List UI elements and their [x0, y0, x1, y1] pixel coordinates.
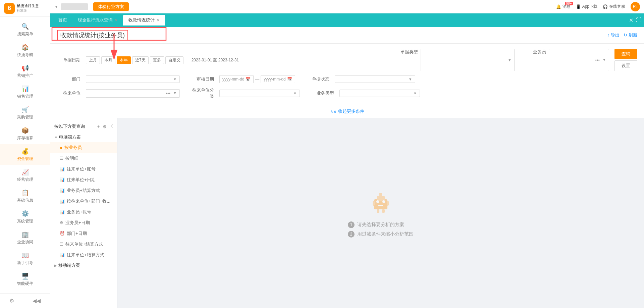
export-btn[interactable]: ↑ 导出	[607, 32, 620, 38]
svg-point-5	[382, 200, 385, 203]
date-range-text: 2023-01-01 至 2023-12-31	[192, 57, 239, 63]
user-avatar[interactable]: Rit	[631, 2, 640, 11]
marketing-icon: 📢	[21, 64, 29, 72]
tab-bank-flow[interactable]: 现金银行流水查询 ✕	[72, 15, 123, 25]
purchase-icon: 🛒	[21, 106, 29, 113]
scheme-partner-settlement2[interactable]: 📊 往来单位+结算方式	[50, 250, 117, 260]
page-header: 收款情况统计(按业务员) ↑ 导出 ↻ 刷新	[50, 27, 644, 44]
tab-home[interactable]: 首页	[53, 15, 72, 25]
scheme-salesman-account[interactable]: 📊 业务员+账号	[50, 207, 117, 217]
close-all-icon[interactable]: ✕	[629, 17, 633, 23]
more-date-btn[interactable]: 更多	[150, 56, 164, 64]
scheme-partner-date[interactable]: 📊 往来单位+日期	[50, 174, 117, 185]
dept-arrow: ▼	[173, 77, 177, 81]
mobile-group-header[interactable]: ▶ 移动端方案	[50, 260, 117, 270]
logo-title: 畅捷通好生意	[17, 3, 39, 8]
sidebar-item-operations[interactable]: 📈 经营管理	[0, 165, 50, 186]
sidebar-item-quick-nav[interactable]: 🏠 快捷导航	[0, 40, 50, 61]
settings-icon[interactable]: ⚙	[9, 298, 14, 304]
sidebar-item-hardware[interactable]: 🖥️ 智能硬件	[0, 269, 50, 290]
sidebar-label: 智能硬件	[17, 281, 33, 287]
sidebar-item-sales[interactable]: 📊 销售管理	[0, 82, 50, 103]
scheme-salesman-settlement[interactable]: 📊 业务员+结算方式	[50, 185, 117, 196]
filter-row-3: 往来单位 ••• ▼ 往来单位分类 ▼ 业务类型 ▼	[57, 87, 637, 99]
scheme-partner-settlement[interactable]: ☰ 往来单位+结算方式	[50, 239, 117, 250]
sidebar-item-search-menu[interactable]: 🔍 搜索菜单	[0, 19, 50, 40]
collapse-bar[interactable]: ∧∧ 收起更多条件	[50, 105, 644, 118]
message-badge: 99+	[565, 2, 573, 5]
svg-rect-9	[377, 209, 379, 213]
message-btn[interactable]: 🔔 消息 99+	[556, 4, 571, 9]
trial-btn[interactable]: 体验行业方案	[93, 2, 129, 11]
dept-label: 部门	[57, 76, 80, 82]
partner-settlement-icon: ☰	[60, 242, 63, 247]
sidebar-item-system[interactable]: ⚙️ 系统管理	[0, 207, 50, 227]
collapse-icon: ∧∧	[330, 109, 337, 114]
tab-receipt-stats[interactable]: 收款情况统计 ✕	[123, 15, 165, 25]
app-download-btn[interactable]: 📱 App下载	[576, 4, 597, 9]
tab-bar: 首页 现金银行流水查询 ✕ 收款情况统计 ✕ ✕ ⛶	[50, 13, 644, 27]
scheme-header-icons: ＋ ⚙ 《	[96, 123, 113, 130]
scheme-header: 按以下方案查询 ＋ ⚙ 《	[50, 121, 117, 132]
dept-select[interactable]: ▼	[86, 75, 180, 83]
partner-settlement2-icon: 📊	[60, 253, 65, 257]
refresh-btn[interactable]: ↻ 刷新	[624, 32, 637, 38]
last-month-btn[interactable]: 上月	[86, 56, 100, 64]
query-btn[interactable]: 查询	[614, 49, 637, 59]
sidebar-label: 快捷导航	[17, 52, 33, 58]
scheme-salesman-date[interactable]: ⚙ 业务员+日期	[50, 217, 117, 228]
svg-rect-6	[378, 205, 383, 206]
pc-group-header[interactable]: ▼ 电脑端方案	[50, 132, 117, 142]
bank-flow-tab-close[interactable]: ✕	[115, 18, 118, 22]
sidebar-item-marketing[interactable]: 📢 营销推广	[0, 61, 50, 82]
doc-type-select[interactable]: ▼	[421, 49, 515, 71]
salesman-more-icon[interactable]: •••	[595, 58, 600, 63]
main-content: 收款情况统计(按业务员) ↑ 导出 ↻ 刷新 单据日期 上月 本月 本年 近7天…	[50, 27, 644, 308]
add-scheme-icon[interactable]: ＋	[96, 123, 101, 130]
sidebar-item-guide[interactable]: 📖 新手引导	[0, 248, 50, 269]
scheme-by-detail[interactable]: ☰ 按明细	[50, 153, 117, 164]
svg-rect-10	[382, 209, 385, 213]
sidebar-item-finance[interactable]: 💰 资金管理	[0, 144, 50, 165]
empty-state: 1 请先选择要分析的方案 2 用过滤条件来缩小分析范围	[348, 189, 414, 238]
sidebar-label: 营销推广	[17, 73, 33, 79]
salesman-select[interactable]: ••• ▼	[549, 49, 609, 71]
this-month-btn[interactable]: 本月	[101, 56, 115, 64]
receipt-stats-tab-close[interactable]: ✕	[157, 18, 160, 22]
tip-text-2: 用过滤条件来缩小分析范围	[357, 231, 414, 237]
last-7-btn[interactable]: 近7天	[132, 56, 149, 64]
doc-status-select[interactable]: ▼	[335, 75, 415, 83]
partner-more-icon[interactable]: •••	[166, 91, 170, 96]
review-date-end[interactable]: yyyy-mm-dd 📅	[261, 75, 295, 83]
sidebar-item-basic-info[interactable]: 📋 基础信息	[0, 186, 50, 207]
online-service-btn[interactable]: 🎧 在线客服	[603, 4, 625, 9]
settings-scheme-icon[interactable]: ⚙	[103, 124, 107, 129]
biz-type-select[interactable]: ▼	[339, 90, 420, 97]
collapse-sidebar-icon[interactable]: ◀◀	[33, 298, 41, 304]
sidebar-item-enterprise[interactable]: 🏢 企业协同	[0, 227, 50, 248]
scheme-by-unit-dept[interactable]: 📊 按往来单位+部门+收...	[50, 196, 117, 207]
maximize-icon[interactable]: ⛶	[636, 17, 641, 23]
operations-icon: 📈	[21, 168, 29, 176]
custom-date-btn[interactable]: 自定义	[165, 56, 183, 64]
svg-rect-1	[377, 196, 385, 201]
sidebar-item-inventory[interactable]: 📦 库存核算	[0, 123, 50, 144]
doc-type-arrow: ▼	[508, 58, 512, 62]
scheme-dept-date[interactable]: ⏰ 部门+日期	[50, 228, 117, 239]
partner-category-select[interactable]: ▼	[219, 90, 300, 97]
set-btn[interactable]: 设置	[614, 60, 637, 71]
partner-category-label: 往来单位分类	[191, 87, 214, 99]
scheme-partner-account[interactable]: 📊 往来单位+账号	[50, 164, 117, 174]
review-date-start[interactable]: yyyy-mm-dd 📅	[219, 75, 254, 83]
this-year-btn[interactable]: 本年	[117, 56, 131, 64]
empty-robot-icon	[367, 189, 394, 216]
collapse-scheme-icon[interactable]: 《	[109, 123, 113, 130]
sidebar-item-purchase[interactable]: 🛒 采购管理	[0, 103, 50, 123]
sidebar-label: 销售管理	[17, 94, 33, 99]
scheme-by-salesman[interactable]: ● 按业务员	[50, 142, 117, 153]
partner-select[interactable]: ••• ▼	[86, 89, 180, 98]
partner-label: 往来单位	[57, 90, 80, 96]
svg-rect-7	[373, 201, 375, 206]
sidebar-item-wechat[interactable]: 💬 企业微信	[0, 290, 50, 293]
breadcrumb: ▼	[54, 4, 58, 9]
